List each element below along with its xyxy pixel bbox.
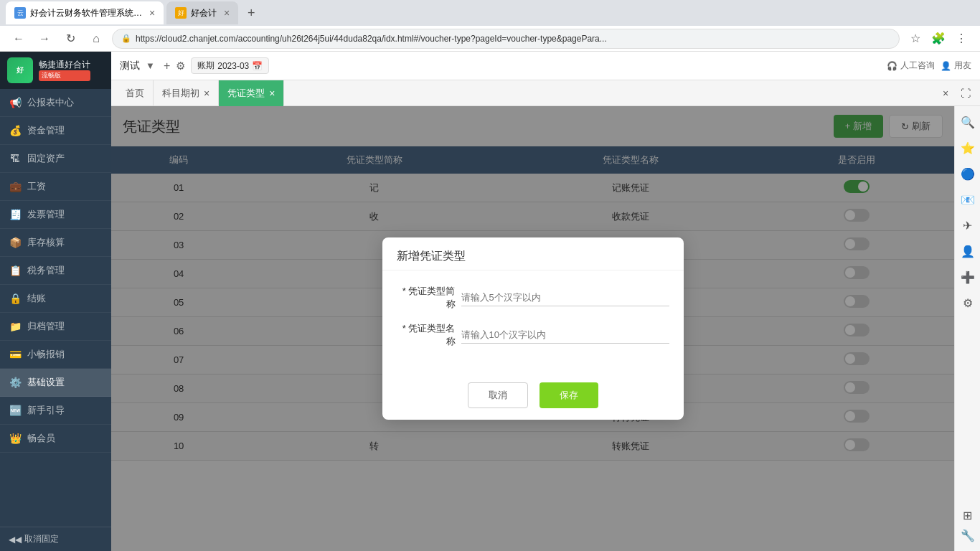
tab2-title: 好会计 [191,7,217,19]
tab-subjects[interactable]: 科目期初 × [154,80,219,106]
sidebar-item-close[interactable]: 🔒 结账 [0,285,111,313]
right-send-icon[interactable]: ✈ [958,215,978,235]
url-text: https://cloud2.chanjet.com/accounting/uh… [136,34,607,44]
right-add-icon[interactable]: ➕ [958,267,978,287]
modal-overlay: 新增凭证类型 * 凭证类型简称 * 凭证类型名称 [111,106,954,551]
extensions-btn[interactable]: 🧩 [928,29,948,49]
tab-voucher-type-label: 凭证类型 [227,87,265,100]
sidebar-item-guide[interactable]: 🆕 新手引导 [0,397,111,425]
short-label: * 凭证类型简称 [397,285,461,311]
tab2-close-btn[interactable]: × [224,7,230,19]
sidebar-header: 好 畅捷通好合计 流畅版 [0,52,111,89]
sidebar-version-badge: 流畅版 [39,70,90,81]
fund-icon: 💰 [9,124,22,137]
sidebar-label-announcement: 公报表中心 [27,96,74,109]
right-user-icon[interactable]: 👤 [958,241,978,261]
calendar-icon[interactable]: 📅 [252,61,263,71]
user-avatar-icon: 👤 [941,61,951,71]
tab-title: 好会计云财务软件管理系统_会计 [30,7,145,19]
tab-subjects-close[interactable]: × [204,88,209,99]
tab-close-btn[interactable]: × [149,7,155,19]
user-label: 用友 [954,60,971,72]
tab2-favicon: 好 [175,7,187,19]
save-button[interactable]: 保存 [540,382,598,408]
right-settings-icon[interactable]: 🔧 [958,525,978,545]
tab-home-label: 首页 [126,87,144,100]
sidebar-item-fund[interactable]: 💰 资金管理 [0,117,111,145]
right-grid-icon[interactable]: ⊞ [958,505,978,525]
sidebar-label-expense: 小畅报销 [27,348,65,361]
modal-dialog: 新增凭证类型 * 凭证类型简称 * 凭证类型名称 [382,237,684,420]
refresh-btn[interactable]: ↻ [60,29,80,49]
announcement-icon: 📢 [9,96,22,109]
form-row-short: * 凭证类型简称 [397,285,669,311]
browser-tab-inactive[interactable]: 好 好会计 × [166,1,238,24]
right-mail-icon[interactable]: 📧 [958,189,978,209]
tab-voucher-type-close[interactable]: × [269,88,275,99]
tab-voucher-type[interactable]: 凭证类型 × [219,80,284,106]
headset-icon: 🎧 [887,61,897,71]
tab-subjects-label: 科目期初 [162,87,199,100]
sidebar-item-fixed-assets[interactable]: 🏗 固定资产 [0,145,111,173]
collapse-icon[interactable]: × [937,85,954,102]
archive-icon: 📁 [9,320,22,333]
right-panel-bottom: ⊞ 🔧 [958,505,978,545]
sidebar-item-invoice[interactable]: 🧾 发票管理 [0,201,111,229]
add-workspace-icon[interactable]: + [164,60,170,72]
workspace-dropdown-icon[interactable]: ▼ [146,60,155,71]
sidebar-item-inventory[interactable]: 📦 库存核算 [0,229,111,257]
browser-tab-active[interactable]: 云 好会计云财务软件管理系统_会计 × [6,1,164,24]
maximize-icon[interactable]: ⛶ [957,85,974,102]
sidebar-item-tax[interactable]: 📋 税务管理 [0,257,111,285]
tab-home[interactable]: 首页 [117,80,154,106]
unpin-btn[interactable]: ◀◀ 取消固定 [9,533,103,545]
browser-actions: ☆ 🧩 ⋮ [905,29,971,49]
sidebar-item-announcement[interactable]: 📢 公报表中心 [0,89,111,117]
main-area: 测试 ▼ + ⚙ 账期 2023-03 📅 🎧 人工咨询 👤 用友 [111,52,980,551]
service-btn[interactable]: 🎧 人工咨询 [887,60,935,72]
service-label: 人工咨询 [900,60,935,72]
sidebar-label-member: 畅会员 [27,432,55,445]
name-label: * 凭证类型名称 [397,322,461,348]
name-input[interactable] [461,326,669,344]
period-value: 2023-03 [217,61,249,71]
right-search-icon[interactable]: 🔍 [958,112,978,132]
sidebar-item-archive[interactable]: 📁 归档管理 [0,313,111,341]
modal-header: 新增凭证类型 [382,237,684,270]
sidebar-menu: 📢 公报表中心 💰 资金管理 🏗 固定资产 💼 工资 🧾 发票管理 📦 [0,89,111,527]
bookmark-btn[interactable]: ☆ [905,29,925,49]
user-btn[interactable]: 👤 用友 [941,60,971,72]
right-star-icon[interactable]: ⭐ [958,138,978,158]
top-bar: 测试 ▼ + ⚙ 账期 2023-03 📅 🎧 人工咨询 👤 用友 [111,52,980,80]
modal-footer: 取消 保存 [382,374,684,420]
cancel-button[interactable]: 取消 [468,382,528,408]
period-label: 账期 [197,60,215,72]
right-gear-icon[interactable]: ⚙ [958,293,978,313]
back-btn[interactable]: ← [9,29,29,49]
url-input[interactable]: 🔒 https://cloud2.chanjet.com/accounting/… [112,29,900,49]
sidebar-brand-name: 畅捷通好合计 [39,60,90,71]
sidebar-label-invoice: 发票管理 [27,208,65,221]
home-btn[interactable]: ⌂ [86,29,106,49]
sidebar-label-close: 结账 [27,292,46,305]
modal-title: 新增凭证类型 [397,250,466,262]
sidebar-brand-info: 畅捷通好合计 流畅版 [39,60,90,82]
sidebar-item-settings[interactable]: ⚙️ 基础设置 [0,369,111,397]
sidebar-item-salary[interactable]: 💼 工资 [0,173,111,201]
settings-menu-btn[interactable]: ⋮ [951,29,971,49]
guide-icon: 🆕 [9,404,22,417]
sidebar-label-fund: 资金管理 [27,124,65,137]
right-panel: 🔍 ⭐ 🔵 📧 ✈ 👤 ➕ ⚙ ⊞ 🔧 [954,106,980,551]
right-circle-icon[interactable]: 🔵 [958,164,978,184]
sidebar-label-archive: 归档管理 [27,320,65,333]
sidebar-item-expense[interactable]: 💳 小畅报销 [0,341,111,369]
invoice-icon: 🧾 [9,208,22,221]
expand-btn: × ⛶ [937,85,974,102]
sidebar-item-member[interactable]: 👑 畅会员 [0,425,111,453]
sidebar-label-inventory: 库存核算 [27,236,65,249]
forward-btn[interactable]: → [34,29,55,49]
short-input[interactable] [461,289,669,306]
new-tab-btn[interactable]: + [241,3,261,23]
settings-gear-icon[interactable]: ⚙ [176,60,185,72]
address-bar: ← → ↻ ⌂ 🔒 https://cloud2.chanjet.com/acc… [0,26,980,52]
